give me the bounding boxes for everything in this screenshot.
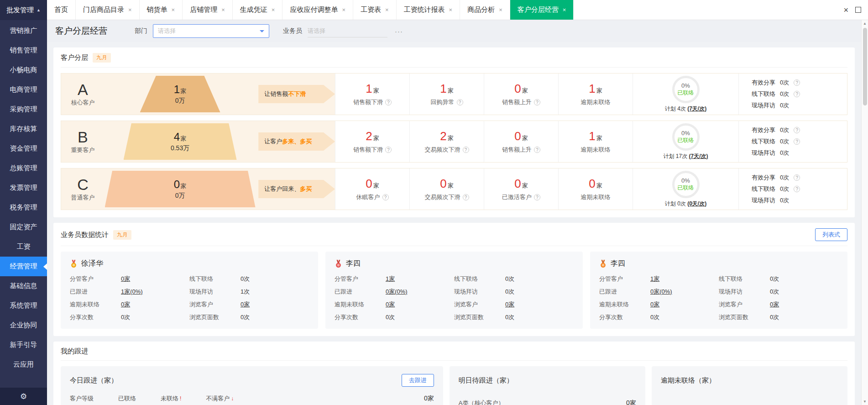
help-icon[interactable]: ? [382, 194, 389, 200]
stat-value-link[interactable]: 0家 [505, 300, 574, 309]
stat-value-link[interactable]: 0家 [121, 300, 189, 309]
tab-customer-segmentation[interactable]: 客户分层经营× [510, 0, 574, 20]
stat-sales-decline[interactable]: 1家 销售额下滑? [335, 74, 409, 115]
page-content: 客户分层 九月 A 核心客户 [47, 42, 861, 405]
tab-close-icon[interactable]: × [449, 6, 453, 13]
stat-dormant-customers[interactable]: 0家 休眠客户? [335, 168, 409, 210]
stat-value-link[interactable]: 0家 [650, 300, 719, 309]
stat-repurchase-anomaly[interactable]: 1家 回购异常? [409, 74, 484, 115]
sidebar-item-funds[interactable]: 资金管理 [0, 139, 47, 158]
gear-icon[interactable]: ⚙ [20, 392, 27, 401]
tab-close-icon[interactable]: × [128, 6, 132, 13]
department-select[interactable]: 请选择 [153, 24, 269, 38]
list-view-button[interactable]: 列表式 [815, 228, 847, 241]
stat-overdue-contact[interactable]: 1家 逾期未联络 [558, 74, 633, 115]
tab-close-icon[interactable]: × [385, 6, 389, 13]
gauge-plan-frequency[interactable]: (7天/次) [689, 153, 708, 159]
sidebar-item-sales[interactable]: 销售管理 [0, 41, 47, 60]
tab-close-icon[interactable]: × [499, 6, 502, 13]
sidebar-item-payroll[interactable]: 工资 [0, 237, 47, 257]
help-icon[interactable]: ? [794, 91, 800, 97]
scroll-down-icon[interactable]: ▼ [863, 398, 867, 405]
help-icon[interactable]: ? [794, 127, 800, 133]
gauge-plan-text: 计划 4次 [665, 105, 686, 112]
salesman-input[interactable] [308, 25, 387, 37]
stat-sales-rise[interactable]: 0家 销售额上升? [484, 74, 558, 115]
sidebar-item-purchasing[interactable]: 采购管理 [0, 100, 47, 119]
stat-overdue-contact[interactable]: 0家 逾期未联络 [558, 168, 633, 210]
stat-value-link[interactable]: 1家(0%) [121, 288, 189, 296]
gauge-plan-frequency[interactable]: (7天/次) [687, 105, 706, 112]
help-icon[interactable]: ? [463, 147, 469, 153]
stat-frequency-decline[interactable]: 2家 交易频次下滑? [409, 121, 484, 162]
stat-value-link[interactable]: 1家 [650, 275, 719, 283]
scrollbar-thumb[interactable] [863, 28, 867, 105]
tab-ar-ap-adjustment[interactable]: 应收应付调整单× [282, 0, 353, 20]
tab-close-icon[interactable]: × [342, 6, 345, 13]
sidebar-item-invoice[interactable]: 发票管理 [0, 178, 47, 198]
sidebar-item-system[interactable]: 系统管理 [0, 296, 47, 316]
go-followup-button[interactable]: 去跟进 [402, 374, 434, 387]
stat-value: 0次 [505, 275, 574, 283]
sidebar-item-ecommerce[interactable]: 电商管理 [0, 80, 47, 100]
help-icon[interactable]: ? [385, 99, 392, 105]
stat-value-link[interactable]: 0家(0%) [386, 288, 454, 296]
gauge-plan-frequency[interactable]: (0天/次) [687, 200, 706, 207]
sidebar-item-xiaochang-ecom[interactable]: 小畅电商 [0, 60, 47, 80]
help-icon[interactable]: ? [457, 99, 463, 105]
sidebar-item-beginner-guide[interactable]: 新手引导 [0, 335, 47, 355]
tab-shop-management[interactable]: 店铺管理× [183, 0, 233, 20]
stat-label-text: 销售额上升 [502, 98, 532, 106]
stat-sales-rise[interactable]: 0家 销售额上升? [484, 121, 558, 162]
help-icon[interactable]: ? [794, 174, 800, 181]
stat-frequency-decline[interactable]: 0家 交易频次下滑? [409, 168, 484, 210]
sidebar-item-inventory[interactable]: 库存核算 [0, 119, 47, 139]
tab-close-icon[interactable]: × [172, 6, 175, 13]
stat-value-link[interactable]: 0家 [121, 275, 189, 283]
stat-sales-decline[interactable]: 2家 销售额下滑? [335, 121, 409, 162]
tab-home[interactable]: 首页 [47, 0, 76, 20]
stat-value-link[interactable]: 0家 [386, 300, 454, 309]
tab-generate-voucher[interactable]: 生成凭证× [233, 0, 283, 20]
help-icon[interactable]: ? [534, 99, 540, 105]
tab-close-icon[interactable]: × [272, 6, 275, 13]
stat-overdue-contact[interactable]: 1家 逾期未联络 [558, 121, 633, 162]
stat-value-link[interactable]: 0家 [241, 300, 309, 309]
help-icon[interactable]: ? [794, 186, 800, 192]
help-icon[interactable]: ? [534, 194, 540, 200]
sidebar-item-general-ledger[interactable]: 总账管理 [0, 158, 47, 178]
help-icon[interactable]: ? [794, 138, 800, 145]
stat-value: 0次 [770, 288, 838, 296]
sidebar-item-tax[interactable]: 税务管理 [0, 198, 47, 217]
help-icon[interactable]: ? [385, 147, 392, 153]
stat-value-link[interactable]: 0家(0%) [650, 288, 719, 296]
help-icon[interactable]: ? [463, 194, 469, 200]
sidebar-item-fixed-assets[interactable]: 固定资产 [0, 217, 47, 237]
tab-store-catalog[interactable]: 门店商品目录× [76, 0, 140, 20]
vertical-scrollbar[interactable]: ▲ ▼ [861, 20, 868, 405]
sidebar-item-marketing[interactable]: 营销推广 [0, 21, 47, 41]
sidebar-item-operations[interactable]: 经营管理 [0, 257, 47, 276]
tab-close-icon[interactable]: × [221, 6, 225, 13]
more-icon[interactable]: ··· [395, 27, 403, 35]
tab-sales-order[interactable]: 销货单× [140, 0, 183, 20]
stat-value-link[interactable]: 0家 [770, 300, 838, 309]
tab-close-icon[interactable]: × [563, 6, 566, 13]
help-icon[interactable]: ? [794, 79, 800, 86]
sidebar-item-cloud-apps[interactable]: 云应用 [0, 355, 47, 374]
tier-identity: B 重要客户 [61, 129, 105, 154]
sidebar-item-basic-info[interactable]: 基础信息 [0, 276, 47, 296]
tab-payroll-report[interactable]: 工资统计报表× [397, 0, 460, 20]
medal-orange-icon [599, 260, 607, 268]
sidebar-header[interactable]: 批发管理 ▲ [0, 0, 47, 20]
fullscreen-icon[interactable] [855, 7, 861, 13]
stat-activated-customers[interactable]: 0家 已激活客户? [484, 168, 558, 210]
close-icon[interactable]: × [843, 6, 848, 14]
tab-payroll-sheet[interactable]: 工资表× [353, 0, 397, 20]
tab-product-analysis[interactable]: 商品分析× [460, 0, 510, 20]
help-icon[interactable]: ? [534, 147, 540, 153]
scroll-up-icon[interactable]: ▲ [863, 20, 867, 27]
stat-value-link[interactable]: 1家 [386, 275, 454, 283]
stat-value: 1家 [589, 129, 602, 143]
sidebar-item-collaboration[interactable]: 企业协同 [0, 316, 47, 335]
